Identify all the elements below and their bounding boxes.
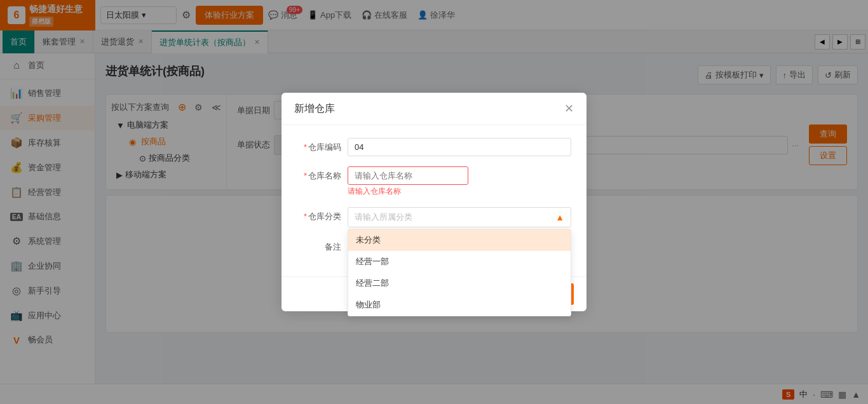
note-label: 备注 bbox=[297, 238, 348, 253]
name-input[interactable] bbox=[348, 166, 468, 185]
modal-close-button[interactable]: ✕ bbox=[564, 102, 574, 116]
name-label: 仓库名称 bbox=[297, 166, 348, 182]
new-warehouse-modal: 新增仓库 ✕ 仓库编码 仓库名称 请输入仓库名称 仓库分类 bbox=[281, 93, 587, 311]
modal-body: 仓库编码 仓库名称 请输入仓库名称 仓库分类 请输入所属分类 ▲ bbox=[281, 125, 587, 276]
category-label: 仓库分类 bbox=[297, 207, 348, 222]
dropdown-item-2[interactable]: 经营二部 bbox=[348, 273, 571, 294]
name-error-msg: 请输入仓库名称 bbox=[348, 186, 571, 197]
form-row-code: 仓库编码 bbox=[297, 138, 571, 156]
category-dropdown-trigger[interactable]: 请输入所属分类 ▲ bbox=[348, 207, 571, 227]
dropdown-item-0[interactable]: 未分类 bbox=[348, 229, 571, 251]
code-label: 仓库编码 bbox=[297, 138, 348, 153]
modal-header: 新增仓库 ✕ bbox=[281, 93, 587, 125]
code-input[interactable] bbox=[348, 138, 571, 156]
category-dropdown-menu: 未分类 经营一部 经营二部 物业部 bbox=[348, 229, 571, 316]
name-input-wrap: 请输入仓库名称 bbox=[348, 166, 571, 197]
dropdown-item-1[interactable]: 经营一部 bbox=[348, 251, 571, 273]
modal-title: 新增仓库 bbox=[294, 102, 335, 116]
category-placeholder: 请输入所属分类 bbox=[355, 212, 412, 223]
dropdown-item-3[interactable]: 物业部 bbox=[348, 294, 571, 316]
form-row-category: 仓库分类 请输入所属分类 ▲ 未分类 经营一部 经营二部 物业部 bbox=[297, 207, 571, 227]
modal-overlay: 新增仓库 ✕ 仓库编码 仓库名称 请输入仓库名称 仓库分类 bbox=[0, 0, 868, 404]
category-input-wrap: 请输入所属分类 ▲ 未分类 经营一部 经营二部 物业部 bbox=[348, 207, 571, 227]
form-row-name: 仓库名称 请输入仓库名称 bbox=[297, 166, 571, 197]
chevron-up-icon: ▲ bbox=[555, 212, 564, 222]
